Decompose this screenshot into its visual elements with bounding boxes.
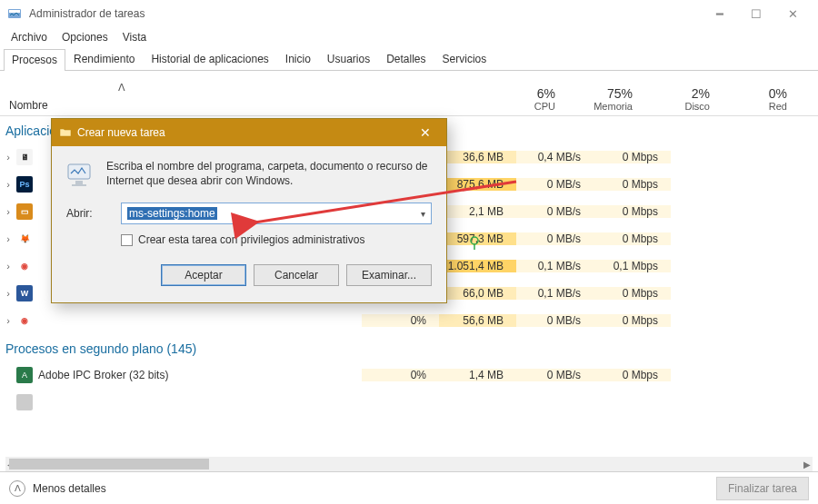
- tab-historial[interactable]: Historial de aplicaciones: [143, 48, 276, 70]
- dialog-description: Escriba el nombre del programa, carpeta,…: [106, 159, 432, 190]
- menu-file[interactable]: Archivo: [5, 29, 53, 45]
- process-icon: Ps: [16, 176, 33, 193]
- sort-indicator-icon: ᐱ: [118, 82, 125, 94]
- maximize-button[interactable]: ☐: [738, 1, 774, 26]
- tabstrip: Procesos Rendimiento Historial de aplica…: [0, 47, 818, 71]
- process-icon: 🖥: [16, 149, 33, 165]
- tab-usuarios[interactable]: Usuarios: [319, 48, 378, 70]
- column-disk[interactable]: 2% Disco: [645, 86, 723, 112]
- expand-icon[interactable]: ›: [0, 261, 16, 272]
- minimize-button[interactable]: ━: [702, 1, 738, 26]
- scroll-right-icon[interactable]: ▶: [800, 457, 814, 471]
- process-icon: 🦊: [16, 231, 33, 247]
- process-icon: W: [16, 285, 33, 301]
- browse-button[interactable]: Examinar...: [346, 264, 432, 286]
- folder-icon: [59, 125, 72, 141]
- scroll-thumb[interactable]: [9, 459, 209, 469]
- open-input[interactable]: ms-settings:home ▾: [121, 203, 432, 224]
- process-icon: ▭: [16, 203, 33, 220]
- process-row[interactable]: ›◉0%56,6 MB0 MB/s0 Mbps: [0, 307, 818, 334]
- expand-icon[interactable]: ›: [0, 179, 16, 190]
- pin-icon: [467, 236, 482, 251]
- tab-servicios[interactable]: Servicios: [434, 48, 495, 70]
- expand-icon[interactable]: ›: [0, 233, 16, 244]
- expand-icon[interactable]: ›: [0, 315, 16, 326]
- process-name: Adobe IPC Broker (32 bits): [38, 369, 362, 381]
- dialog-title: Crear nueva tarea: [77, 126, 412, 139]
- open-label: Abrir:: [66, 207, 112, 220]
- close-button[interactable]: ✕: [774, 1, 811, 26]
- column-headers: ᐱ Nombre 6% CPU 75% Memoria 2% Disco 0% …: [0, 71, 818, 116]
- process-row[interactable]: [0, 389, 818, 416]
- expand-icon[interactable]: ›: [0, 152, 16, 163]
- tab-rendimiento[interactable]: Rendimiento: [65, 48, 143, 70]
- tab-detalles[interactable]: Detalles: [378, 48, 434, 70]
- cancel-button[interactable]: Cancelar: [254, 264, 339, 286]
- process-icon: A: [16, 367, 33, 383]
- footer-bar: ᐱ Menos detalles Finalizar tarea: [0, 471, 818, 504]
- process-icon: ◉: [16, 258, 33, 274]
- column-network[interactable]: 0% Red: [723, 86, 800, 112]
- run-dialog: Crear nueva tarea ✕ Escriba el nombre de…: [51, 118, 447, 303]
- column-name[interactable]: Nombre: [0, 99, 364, 112]
- process-row[interactable]: A Adobe IPC Broker (32 bits) 0% 1,4 MB 0…: [0, 361, 818, 389]
- end-task-button[interactable]: Finalizar tarea: [716, 477, 809, 500]
- menubar: Archivo Opciones Vista: [0, 27, 818, 47]
- svg-rect-1: [9, 10, 20, 13]
- dialog-titlebar[interactable]: Crear nueva tarea ✕: [52, 119, 446, 146]
- window-title: Administrador de tareas: [29, 7, 702, 20]
- expand-icon[interactable]: ›: [0, 206, 16, 217]
- menu-options[interactable]: Opciones: [56, 29, 114, 45]
- column-memory[interactable]: 75% Memoria: [568, 86, 645, 112]
- tab-inicio[interactable]: Inicio: [277, 48, 319, 70]
- svg-rect-5: [75, 181, 83, 184]
- horizontal-scrollbar[interactable]: ◀ ▶: [5, 457, 813, 471]
- menu-view[interactable]: Vista: [117, 29, 152, 45]
- less-details-label[interactable]: Menos detalles: [33, 482, 106, 495]
- admin-checkbox-label: Crear esta tarea con privilegios adminis…: [138, 233, 364, 246]
- window-titlebar: Administrador de tareas ━ ☐ ✕: [0, 0, 818, 27]
- less-details-icon[interactable]: ᐱ: [9, 480, 25, 497]
- svg-rect-6: [72, 184, 86, 186]
- process-icon: ◉: [16, 312, 33, 329]
- chevron-down-icon[interactable]: ▾: [421, 209, 425, 219]
- expand-icon[interactable]: ›: [0, 288, 16, 299]
- column-cpu[interactable]: 6% CPU: [491, 86, 568, 112]
- run-icon: [66, 159, 97, 190]
- svg-point-2: [471, 237, 478, 244]
- section-background: Procesos en segundo plano (145): [0, 334, 818, 361]
- admin-checkbox[interactable]: [121, 234, 133, 246]
- window-controls: ━ ☐ ✕: [702, 1, 811, 26]
- task-manager-icon: [7, 6, 22, 21]
- open-input-value: ms-settings:home: [127, 207, 217, 220]
- dialog-close-button[interactable]: ✕: [412, 125, 439, 140]
- ok-button[interactable]: Aceptar: [161, 264, 246, 286]
- tab-procesos[interactable]: Procesos: [4, 49, 65, 71]
